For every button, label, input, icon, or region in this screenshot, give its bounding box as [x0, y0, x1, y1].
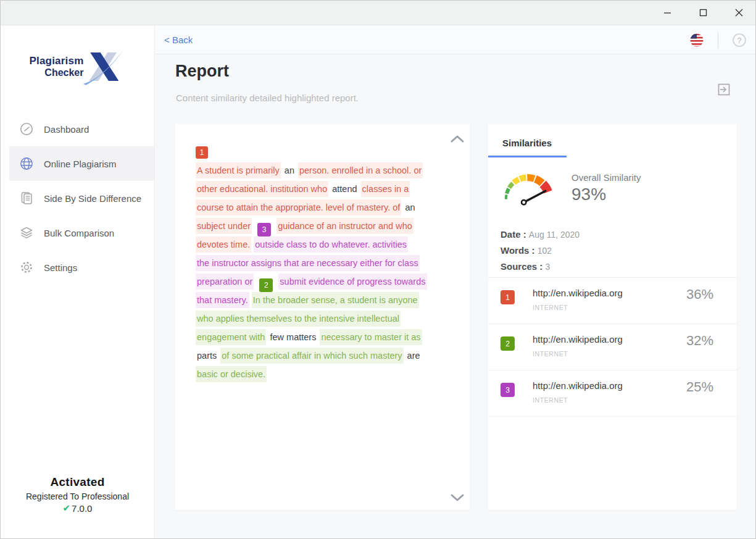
- sidebar-item-settings[interactable]: Settings: [1, 250, 154, 285]
- main-content: Report Content similarity detailed highl…: [155, 54, 756, 539]
- app-version: 7.0.0: [72, 503, 92, 514]
- sidebar-item-label: Bulk Comparison: [44, 228, 114, 238]
- meta-label: Sources :: [501, 261, 546, 272]
- meta-row-date-: Date : Aug 11, 2020: [501, 227, 579, 243]
- source-url[interactable]: http://en.wikipedia.org: [533, 288, 623, 298]
- source-marker-badge-2[interactable]: 2: [259, 278, 273, 292]
- source-url[interactable]: http://en.wikipedia.org: [533, 380, 623, 391]
- source-type: INTERNET: [533, 350, 568, 357]
- highlighted-segment-red: classes in a: [361, 181, 410, 197]
- meta-value: Aug 11, 2020: [529, 230, 579, 240]
- highlighted-segment-red: course to attain the appropriate. level …: [196, 199, 401, 215]
- plain-text-segment: attend: [331, 181, 358, 197]
- plain-text-segment: are: [406, 348, 422, 364]
- us-flag-icon[interactable]: [689, 33, 704, 48]
- layers-icon: [19, 225, 34, 240]
- plain-text-segment: parts: [196, 348, 218, 364]
- topbar-separator: [718, 32, 718, 48]
- document-line: basic or decisive.: [196, 365, 455, 383]
- source-row-3[interactable]: 3http://en.wikipedia.orgINTERNET25%: [488, 370, 737, 417]
- source-number-badge: 3: [501, 383, 515, 397]
- documents-icon: [19, 191, 34, 206]
- document-line: subject under 3 guidance of an instructo…: [196, 217, 455, 235]
- highlighted-segment-purple: outside class to do whatever. activities: [254, 236, 408, 253]
- source-percent: 36%: [686, 286, 713, 303]
- document-line: other educational. institution who atten…: [196, 180, 455, 198]
- logo-x-mark-icon: [79, 46, 126, 87]
- speedometer-icon: [19, 122, 34, 136]
- document-line: A student is primarily an person. enroll…: [196, 161, 455, 180]
- activation-title: Activated: [1, 475, 154, 489]
- meta-label: Date :: [501, 229, 529, 240]
- window-titlebar: [1, 1, 756, 25]
- sidebar-item-side-by-side-difference[interactable]: Side By Side Difference: [1, 181, 154, 215]
- highlighted-segment-purple: the instructor assigns that are necessar…: [196, 255, 420, 271]
- highlighted-segment-purple: submit evidence of progress towards: [278, 274, 426, 290]
- source-type: INTERNET: [533, 396, 568, 404]
- logo-text-line1: Plagiarism: [30, 55, 84, 67]
- scroll-up-icon[interactable]: [450, 134, 465, 144]
- meta-value: 3: [546, 262, 550, 272]
- tab-similarities[interactable]: Similarities: [488, 124, 552, 148]
- help-icon[interactable]: ?: [732, 33, 747, 48]
- sources-list: 1http://en.wikipedia.orgINTERNET36%2http…: [488, 278, 737, 417]
- highlighted-segment-green: engagement with: [196, 329, 266, 345]
- sidebar-item-online-plagiarism[interactable]: Online Plagiarism: [9, 146, 154, 181]
- app-logo: Plagiarism Checker: [1, 39, 154, 94]
- document-line: preparation or 2 submit evidence of prog…: [196, 272, 455, 291]
- similarities-panel: Similarities Overall Similarity 93% Date…: [488, 124, 737, 510]
- maximize-button[interactable]: [685, 1, 721, 25]
- document-line: devotes time. outside class to do whatev…: [196, 235, 455, 254]
- document-panel: 1A student is primarily an person. enrol…: [175, 124, 470, 510]
- document-line: 1: [196, 143, 455, 161]
- sidebar-item-label: Side By Side Difference: [44, 193, 141, 204]
- sidebar-item-label: Dashboard: [44, 124, 89, 135]
- sidebar-nav: DashboardOnline PlagiarismSide By Side D…: [1, 112, 154, 285]
- highlighted-segment-red: devotes time.: [196, 236, 251, 253]
- source-marker-badge-3[interactable]: 3: [257, 223, 271, 236]
- meta-row-words-: Words : 102: [501, 243, 579, 259]
- source-type: INTERNET: [533, 304, 568, 311]
- report-meta: Date : Aug 11, 2020Words : 102Sources : …: [501, 227, 579, 275]
- sidebar-item-bulk-comparison[interactable]: Bulk Comparison: [1, 215, 154, 250]
- highlighted-segment-green: In the broader sense, a student is anyon…: [252, 292, 419, 308]
- check-icon: ✔: [63, 503, 71, 514]
- highlighted-segment-red: guidance of an instructor and who: [276, 218, 413, 234]
- source-percent: 25%: [686, 379, 713, 395]
- plain-text-segment: an: [404, 199, 416, 215]
- gear-icon: [19, 260, 34, 275]
- page-subtitle: Content similarity detailed highlighted …: [176, 93, 359, 103]
- sidebar-item-dashboard[interactable]: Dashboard: [1, 112, 154, 146]
- page-title: Report: [175, 62, 229, 81]
- tab-active-indicator: [488, 156, 567, 157]
- globe-icon: [19, 156, 34, 171]
- document-line: who applies themselves to the intensive …: [196, 309, 455, 328]
- source-number-badge: 1: [501, 290, 515, 304]
- highlighted-segment-red: A student is primarily: [196, 162, 281, 178]
- topbar: < Back ?: [155, 25, 756, 54]
- source-marker-badge-1[interactable]: 1: [196, 146, 208, 159]
- svg-text:?: ?: [737, 36, 742, 44]
- highlighted-segment-green: necessary to master it as: [320, 329, 422, 345]
- source-row-2[interactable]: 2http://en.wikipedia.orgINTERNET32%: [488, 324, 737, 370]
- source-url[interactable]: http://en.wikipedia.org: [533, 334, 623, 345]
- source-number-badge: 2: [501, 336, 515, 351]
- highlighted-segment-green: who applies themselves to the intensive …: [196, 311, 401, 327]
- highlighted-segment-purple: preparation or: [196, 274, 254, 290]
- document-line: the instructor assigns that are necessar…: [196, 254, 455, 272]
- scroll-down-icon[interactable]: [450, 493, 465, 503]
- source-percent: 32%: [686, 333, 713, 349]
- highlighted-segment-red: other educational. institution who: [196, 181, 328, 197]
- back-link[interactable]: < Back: [164, 35, 193, 45]
- meta-value: 102: [538, 246, 552, 256]
- logo-text-line2: Checker: [30, 67, 84, 78]
- document-line: course to attain the appropriate. level …: [196, 198, 455, 217]
- document-line: engagement with few matters necessary to…: [196, 328, 455, 346]
- minimize-button[interactable]: [649, 1, 685, 25]
- export-report-icon[interactable]: [717, 82, 731, 97]
- highlighted-segment-purple: that mastery.: [196, 292, 249, 308]
- close-button[interactable]: [721, 1, 756, 25]
- source-row-1[interactable]: 1http://en.wikipedia.orgINTERNET36%: [488, 278, 737, 324]
- highlighted-segment-red: subject under: [196, 218, 252, 234]
- meta-label: Words :: [501, 245, 538, 256]
